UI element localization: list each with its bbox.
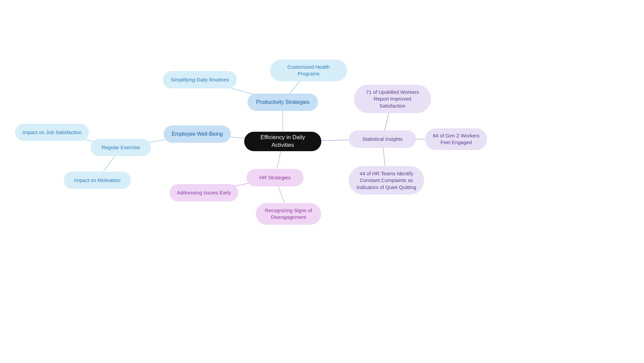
customized-health-programs-node[interactable]: Customized Health Programs <box>270 60 347 81</box>
44-hr-teams-node[interactable]: 44 of HR Teams Identify Constant Complai… <box>349 166 424 195</box>
hr-strategies-node[interactable]: HR Strategies <box>247 169 304 186</box>
44-hr-teams-label: 44 of HR Teams Identify Constant Complai… <box>356 170 417 191</box>
impact-on-motivation-node[interactable]: Impact on Motivation <box>64 172 131 189</box>
simplifying-daily-routines-node[interactable]: Simplifying Daily Routines <box>163 71 237 88</box>
71-upskilled-node[interactable]: 71 of Upskilled Workers Report Improved … <box>354 85 431 113</box>
center-label: Efficiency in Daily Activities <box>252 134 314 149</box>
71-upskilled-label: 71 of Upskilled Workers Report Improved … <box>361 89 424 109</box>
regular-exercise-label: Regular Exercise <box>102 144 140 151</box>
employee-well-being-label: Employee Well-Being <box>172 130 223 138</box>
impact-on-job-satisfaction-node[interactable]: Impact on Job Satisfaction <box>15 124 89 141</box>
employee-well-being-node[interactable]: Employee Well-Being <box>164 125 231 143</box>
center-node[interactable]: Efficiency in Daily Activities <box>244 132 321 151</box>
simplifying-daily-routines-label: Simplifying Daily Routines <box>171 76 229 83</box>
addressing-issues-early-node[interactable]: Addressing Issues Early <box>170 184 238 201</box>
hr-strategies-label: HR Strategies <box>259 174 290 181</box>
productivity-strategies-label: Productivity Strategies <box>256 99 309 106</box>
recognizing-signs-of-disengagement-label: Recognizing Signs of Disengagement <box>263 207 314 221</box>
84-gen-z-label: 84 of Gen Z Workers Feel Engaged <box>433 132 480 146</box>
impact-on-motivation-label: Impact on Motivation <box>74 177 120 184</box>
impact-on-job-satisfaction-label: Impact on Job Satisfaction <box>22 129 82 136</box>
recognizing-signs-of-disengagement-node[interactable]: Recognizing Signs of Disengagement <box>256 203 321 225</box>
84-gen-z-node[interactable]: 84 of Gen Z Workers Feel Engaged <box>425 128 487 150</box>
customized-health-programs-label: Customized Health Programs <box>277 64 340 77</box>
productivity-strategies-node[interactable]: Productivity Strategies <box>248 94 318 111</box>
regular-exercise-node[interactable]: Regular Exercise <box>91 139 151 156</box>
statistical-insights-node[interactable]: Statistical Insights <box>349 130 416 148</box>
statistical-insights-label: Statistical Insights <box>362 136 402 142</box>
addressing-issues-early-label: Addressing Issues Early <box>177 189 231 196</box>
